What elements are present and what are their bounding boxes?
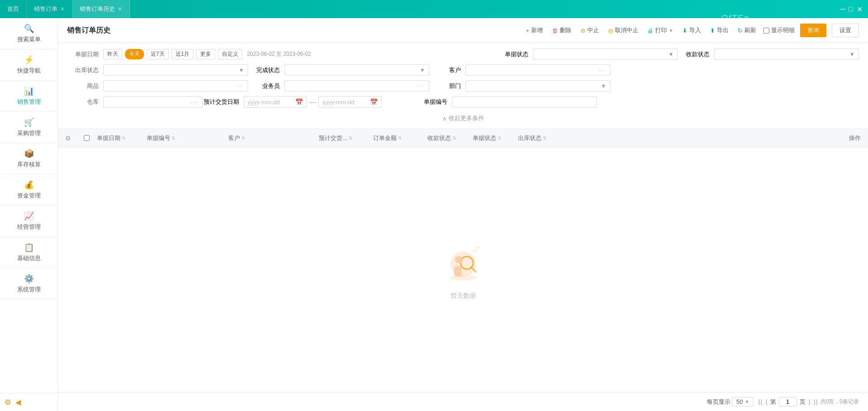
tab-home[interactable]: 首页 bbox=[0, 0, 27, 18]
th-pay-status-sort[interactable]: ⇅ bbox=[452, 135, 456, 140]
goods-select[interactable]: ··· bbox=[103, 80, 248, 92]
display-toggle[interactable]: 显示明细 bbox=[763, 26, 795, 34]
svg-point-4 bbox=[455, 256, 462, 263]
warehouse-select[interactable]: ··· bbox=[103, 97, 203, 108]
order-status-select[interactable]: ▼ bbox=[533, 48, 678, 60]
per-page-select: 每页显示 50 ▼ bbox=[707, 397, 753, 406]
date-today[interactable]: 今天 bbox=[125, 49, 144, 59]
payment-status-arrow: ▼ bbox=[849, 51, 855, 58]
sidebar-item-sales[interactable]: 📊 销售管理 bbox=[0, 81, 58, 112]
warehouse-status-control: ▼ bbox=[103, 64, 248, 76]
cal-end-icon: 📅 bbox=[370, 98, 378, 106]
table-area: ⚙ 单据日期 ⇅ 单据编号 ⇅ 客户 ⇅ 预计交货... bbox=[58, 129, 868, 392]
new-button[interactable]: + 新增 bbox=[524, 25, 545, 35]
th-delivery: 预计交货... ⇅ bbox=[315, 134, 369, 142]
customer-control: ··· bbox=[465, 64, 610, 76]
sidebar-item-purchase[interactable]: 🛒 采购管理 bbox=[0, 112, 58, 143]
sidebar-item-inventory[interactable]: 📦 库存核算 bbox=[0, 143, 58, 174]
payment-status-select[interactable]: ▼ bbox=[714, 48, 859, 60]
completion-status-select[interactable]: ▼ bbox=[284, 64, 429, 76]
th-delivery-label: 预计交货... bbox=[319, 134, 347, 142]
delivery-date-end[interactable]: yyyy-mm-dd 📅 bbox=[318, 96, 382, 108]
th-date-sort[interactable]: ⇅ bbox=[122, 135, 125, 140]
date-more[interactable]: 更多 bbox=[196, 49, 215, 59]
order-status-control: ▼ bbox=[533, 48, 678, 60]
table-header: ⚙ 单据日期 ⇅ 单据编号 ⇅ 客户 ⇅ 预计交货... bbox=[58, 129, 868, 147]
department-select[interactable]: ▼ bbox=[465, 80, 610, 92]
payment-status-label: 收款状态 bbox=[678, 50, 714, 58]
minimize-icon[interactable]: ─ bbox=[840, 5, 845, 13]
close-window-icon[interactable]: ✕ bbox=[857, 5, 863, 14]
warehouse-label: 仓库 bbox=[67, 98, 103, 106]
sidebar-item-basicinfo[interactable]: 📋 基础信息 bbox=[0, 237, 58, 268]
tab-sales-order[interactable]: 销售订单 ✕ bbox=[27, 0, 72, 18]
page-input[interactable] bbox=[779, 397, 797, 406]
query-button[interactable]: 查询 bbox=[800, 24, 826, 37]
last-page-icon[interactable]: ⟩⟩ bbox=[813, 398, 818, 406]
date-1month[interactable]: 近1月 bbox=[172, 49, 194, 59]
warehouse-status-label: 出库状态 bbox=[67, 66, 103, 74]
gear-icon[interactable]: ⚙ bbox=[65, 135, 71, 142]
salesperson-ellipsis: ··· bbox=[417, 82, 424, 89]
first-page-icon[interactable]: ⟨⟨ bbox=[758, 398, 762, 406]
next-page-icon[interactable]: ⟩ bbox=[808, 398, 810, 406]
date-yesterday[interactable]: 昨天 bbox=[103, 49, 122, 59]
sidebar-item-quicknav[interactable]: ⚡ 快捷导航 bbox=[0, 49, 58, 81]
maximize-icon[interactable]: □ bbox=[849, 5, 853, 13]
cancel-stop-button[interactable]: ◎ 取消中止 bbox=[606, 25, 640, 35]
inventory-icon: 📦 bbox=[24, 149, 34, 159]
customer-ellipsis: ··· bbox=[598, 67, 605, 73]
import-button[interactable]: ⬇ 导入 bbox=[681, 25, 703, 35]
th-customer-label: 客户 bbox=[228, 134, 240, 142]
goods-ellipsis: ··· bbox=[235, 82, 243, 89]
th-amount-sort[interactable]: ⇅ bbox=[398, 135, 402, 140]
delivery-date-start[interactable]: yyyy-mm-dd 📅 bbox=[244, 96, 307, 108]
collapse-sidebar-icon[interactable]: ◀ bbox=[15, 398, 21, 406]
th-amount: 订单金额 ⇅ bbox=[369, 134, 424, 142]
collapse-row[interactable]: ∧ 收起更多条件 bbox=[67, 112, 859, 123]
sidebar-item-finance[interactable]: 💰 资金管理 bbox=[0, 174, 58, 206]
stop-button[interactable]: ⊘ 中止 bbox=[579, 25, 601, 35]
cancel-stop-label: 取消中止 bbox=[615, 26, 638, 34]
settings-bottom-icon[interactable]: ⚙ bbox=[5, 398, 11, 406]
sidebar-item-management[interactable]: 📈 经营管理 bbox=[0, 206, 58, 237]
stop-icon: ⊘ bbox=[580, 27, 585, 34]
date-custom[interactable]: 自定义 bbox=[218, 49, 242, 59]
sidebar-item-management-label: 经营管理 bbox=[17, 223, 41, 231]
customer-select[interactable]: ··· bbox=[465, 64, 610, 76]
date-quick-btns: 昨天 今天 近7天 近1月 更多 自定义 bbox=[103, 49, 242, 59]
refresh-label: 刷新 bbox=[744, 26, 756, 34]
warehouse-status-select[interactable]: ▼ bbox=[103, 64, 248, 76]
delete-icon: 🗑 bbox=[552, 27, 558, 34]
tab-sales-history-close[interactable]: ✕ bbox=[118, 6, 122, 12]
delete-button[interactable]: 🗑 删除 bbox=[550, 25, 573, 35]
system-icon: ⚙️ bbox=[24, 274, 34, 284]
th-delivery-sort[interactable]: ⇅ bbox=[349, 135, 352, 140]
order-no-label: 单据编号 bbox=[416, 98, 452, 106]
basicinfo-icon: 📋 bbox=[24, 242, 34, 252]
payment-status-control: ▼ bbox=[714, 48, 859, 60]
sidebar-item-system[interactable]: ⚙️ 系统管理 bbox=[0, 268, 58, 300]
date-7days[interactable]: 近7天 bbox=[147, 49, 169, 59]
th-order-status-sort[interactable]: ⇅ bbox=[498, 135, 501, 140]
top-bar: 首页 销售订单 ✕ 销售订单历史 ✕ OfTEn ─ □ ✕ bbox=[0, 0, 868, 18]
tab-sales-history[interactable]: 销售订单历史 ✕ bbox=[72, 0, 130, 18]
sidebar-item-sales-label: 销售管理 bbox=[17, 98, 41, 106]
completion-status-arrow: ▼ bbox=[420, 67, 425, 73]
refresh-button[interactable]: ↻ 刷新 bbox=[736, 25, 758, 35]
order-no-input[interactable] bbox=[452, 97, 597, 108]
print-button[interactable]: 🖨 打印 ▼ bbox=[646, 25, 675, 35]
sidebar-item-search[interactable]: 🔍 搜索菜单 bbox=[0, 18, 58, 49]
tab-sales-order-close[interactable]: ✕ bbox=[60, 6, 65, 12]
export-button[interactable]: ⬆ 导出 bbox=[708, 25, 730, 35]
th-warehouse-status-sort[interactable]: ⇅ bbox=[543, 135, 547, 140]
setting-button[interactable]: 设置 bbox=[832, 24, 859, 37]
th-num-sort[interactable]: ⇅ bbox=[172, 135, 175, 140]
prev-page-icon[interactable]: ⟨ bbox=[765, 398, 767, 406]
display-toggle-checkbox[interactable] bbox=[763, 28, 769, 34]
th-customer-sort[interactable]: ⇅ bbox=[241, 135, 245, 140]
salesperson-select[interactable]: ··· bbox=[284, 80, 429, 92]
select-all-checkbox[interactable] bbox=[84, 135, 90, 141]
per-page-value[interactable]: 50 ▼ bbox=[732, 397, 753, 406]
collapse-arrow-icon: ∧ bbox=[442, 115, 447, 122]
